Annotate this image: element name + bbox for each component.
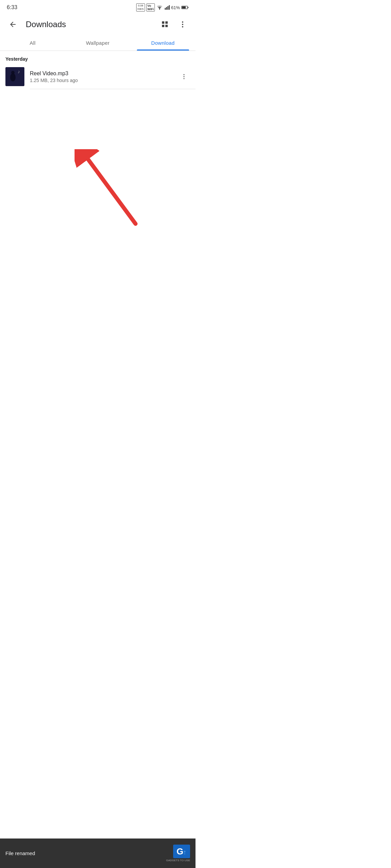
status-bar: 6:33 0.08 KB/S VoWiFi 61% [0,0,196,14]
app-bar: Downloads [0,14,196,35]
svg-rect-10 [162,25,164,27]
svg-rect-2 [166,7,167,10]
svg-rect-7 [182,6,186,8]
back-arrow-icon [9,20,17,28]
signal-icon [164,5,170,10]
page-title: Downloads [26,20,66,29]
status-icons: 0.08 KB/S VoWiFi 61% [136,3,189,12]
annotation-arrow [75,149,149,229]
file-item[interactable]: ♪ Reel Video.mp3 1.25 MB, 23 hours ago [0,64,196,89]
svg-line-23 [88,159,136,224]
svg-point-17 [11,71,15,74]
svg-point-16 [10,73,16,81]
svg-rect-9 [165,21,168,24]
battery-level: 61% [171,5,180,10]
file-more-button[interactable] [178,71,190,83]
svg-point-14 [182,26,183,27]
tab-all[interactable]: All [0,35,65,51]
status-time: 6:33 [7,4,17,11]
tab-wallpaper[interactable]: Wallpaper [65,35,130,51]
file-meta: 1.25 MB, 23 hours ago [30,78,172,83]
battery-icon [181,5,189,10]
more-vert-file-icon [181,73,187,80]
svg-rect-3 [167,6,168,10]
file-name: Reel Video.mp3 [30,71,172,77]
tabs-container: All Wallpaper Download [0,35,196,51]
svg-point-21 [183,78,184,79]
more-vert-icon [179,20,187,28]
grid-icon [161,20,169,28]
file-info: Reel Video.mp3 1.25 MB, 23 hours ago [30,71,172,83]
more-options-button[interactable] [175,17,190,32]
svg-rect-4 [169,5,170,9]
svg-rect-8 [162,21,164,24]
svg-text:♪: ♪ [18,69,20,74]
app-bar-left: Downloads [5,17,66,32]
svg-rect-1 [165,8,166,9]
wifi-icon [156,5,163,10]
svg-point-0 [159,9,160,10]
svg-rect-6 [188,7,189,8]
back-button[interactable] [5,17,20,32]
thumbnail-artwork: ♪ [5,67,24,86]
svg-point-19 [183,74,184,75]
network-speed: 0.08 KB/S [136,3,145,11]
svg-point-13 [182,24,183,25]
file-divider [30,89,196,89]
section-header-yesterday: Yesterday [0,51,196,64]
svg-rect-11 [165,25,168,27]
tab-download[interactable]: Download [130,35,196,51]
vowifi-icon: VoWiFi [146,3,155,12]
grid-view-button[interactable] [158,17,172,32]
file-thumbnail: ♪ [5,67,24,86]
svg-point-20 [183,76,184,77]
app-bar-actions [158,17,190,32]
svg-point-12 [182,21,183,23]
